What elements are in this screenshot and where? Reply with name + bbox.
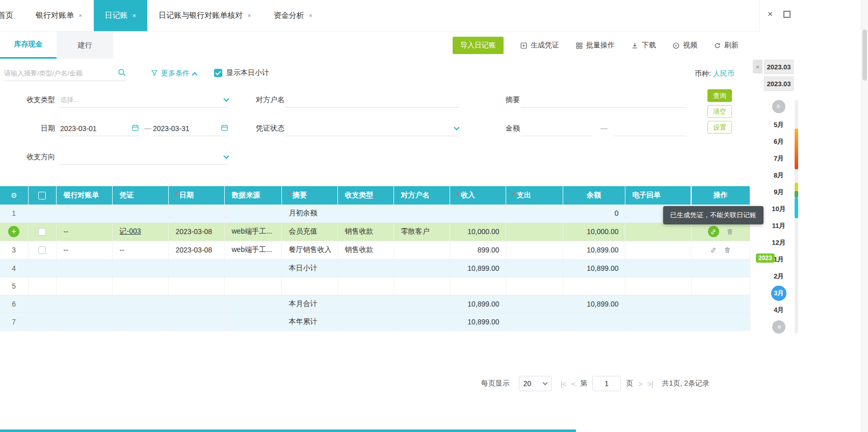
month-item[interactable]: 2月 bbox=[764, 268, 794, 285]
tab-home[interactable]: 首页 bbox=[0, 0, 24, 31]
sidebar-collapse-handle[interactable]: « bbox=[753, 60, 762, 73]
row-checkbox[interactable] bbox=[38, 246, 46, 254]
month-item[interactable]: 7月 bbox=[764, 150, 794, 167]
year-month-option[interactable]: 2023.03 bbox=[764, 77, 794, 91]
prev-page-button[interactable]: < bbox=[571, 379, 575, 388]
search-icon[interactable] bbox=[118, 68, 126, 79]
scrollbar-thumb[interactable] bbox=[862, 30, 867, 81]
tab-bank-statement[interactable]: 银行对账单 × bbox=[24, 0, 94, 31]
clear-button[interactable]: 清空 bbox=[707, 105, 732, 118]
first-page-button[interactable]: |< bbox=[561, 379, 566, 388]
calendar-icon[interactable] bbox=[131, 124, 139, 133]
calendar-icon[interactable] bbox=[221, 124, 228, 133]
fullscreen-icon[interactable] bbox=[783, 11, 791, 18]
last-page-button[interactable]: >| bbox=[647, 379, 653, 388]
daily-subtotal-checkbox[interactable]: 显示本日小计 bbox=[214, 68, 269, 78]
tab-close-icon[interactable]: × bbox=[133, 12, 137, 19]
batch-operation-button[interactable]: 批量操作 bbox=[575, 41, 615, 50]
table-cell-bank bbox=[56, 295, 112, 313]
voucher-link[interactable]: 记-003 bbox=[120, 227, 141, 235]
month-item[interactable]: 9月 bbox=[764, 184, 794, 200]
table-row: 1月初余额0 bbox=[0, 205, 750, 222]
type-select[interactable]: 选择... bbox=[60, 92, 228, 108]
page-scrollbar[interactable] bbox=[861, 0, 868, 432]
tab-close-icon[interactable]: × bbox=[78, 12, 83, 19]
table-cell-type bbox=[337, 313, 393, 331]
column-header: 收支类型 bbox=[337, 186, 393, 205]
query-button[interactable]: 查询 bbox=[707, 89, 732, 102]
voucher-status-select[interactable] bbox=[285, 121, 459, 136]
next-page-button[interactable]: > bbox=[638, 379, 642, 388]
row-number-cell: 4 bbox=[0, 259, 28, 277]
month-item[interactable]: 5月 bbox=[764, 116, 794, 133]
close-window-icon[interactable]: × bbox=[768, 9, 773, 19]
month-item[interactable]: 11月 bbox=[764, 217, 794, 234]
table-cell-balance: 0 bbox=[563, 205, 625, 222]
tab-journal[interactable]: 日记账 × bbox=[94, 0, 148, 31]
column-header: 数据来源 bbox=[224, 186, 281, 205]
month-item[interactable]: 8月 bbox=[764, 167, 794, 184]
per-page-select[interactable]: 20 bbox=[519, 376, 551, 391]
button-label: 批量操作 bbox=[586, 41, 615, 50]
video-button[interactable]: 视频 bbox=[672, 41, 697, 50]
generate-voucher-button[interactable]: 生成凭证 bbox=[520, 41, 559, 50]
column-settings-header[interactable]: ⚙ bbox=[0, 186, 28, 205]
select-all-header[interactable] bbox=[28, 186, 56, 205]
summary-label: 摘要 bbox=[479, 95, 520, 105]
refresh-button[interactable]: 刷新 bbox=[714, 41, 739, 50]
gear-icon[interactable]: ⚙ bbox=[11, 191, 17, 199]
year-month-selector[interactable]: 2023.03 bbox=[764, 60, 794, 74]
column-header: 银行对账单 bbox=[56, 186, 112, 205]
settings-button[interactable]: 设置 bbox=[707, 121, 732, 134]
link-journal-icon[interactable] bbox=[708, 226, 719, 237]
table-cell-voucher bbox=[112, 277, 168, 295]
month-item[interactable]: 3月 bbox=[764, 285, 794, 301]
sub-toolbar: 库存现金 建行 导入日记账 生成凭证 批量操作 bbox=[0, 32, 759, 59]
table-cell-source bbox=[224, 313, 281, 331]
month-item[interactable]: 4月 bbox=[764, 301, 794, 318]
page-number-input[interactable] bbox=[592, 376, 621, 391]
month-item[interactable]: 10月 bbox=[764, 200, 794, 217]
month-item[interactable]: 1月2023 bbox=[764, 251, 794, 268]
month-item[interactable]: 12月 bbox=[764, 234, 794, 251]
summary-input[interactable] bbox=[521, 92, 687, 108]
tab-fund-analysis[interactable]: 资金分析 × bbox=[262, 0, 324, 31]
direction-select[interactable] bbox=[60, 149, 228, 165]
table-cell-summary: 餐厅销售收入 bbox=[281, 241, 337, 259]
checkbox-checked-icon[interactable] bbox=[214, 69, 222, 77]
currency-indicator: 币种:人民币 bbox=[695, 69, 734, 79]
date-to-input[interactable]: 2023-03-31 bbox=[153, 121, 228, 136]
voucher-status-label: 凭证状态 bbox=[244, 124, 284, 133]
pagination-bar: 每页显示 20 |< < 第 页 > >| 共1页, 2条记录 bbox=[0, 376, 709, 391]
row-checkbox[interactable] bbox=[38, 228, 46, 236]
scroll-down-icon[interactable]: « bbox=[772, 320, 785, 334]
table-cell-party bbox=[393, 295, 450, 313]
tab-close-icon[interactable]: × bbox=[309, 12, 313, 19]
account-tab-bank[interactable]: 建行 bbox=[57, 32, 113, 59]
delete-row-icon[interactable] bbox=[724, 246, 731, 253]
account-tab-cash[interactable]: 库存现金 bbox=[0, 32, 57, 59]
row-number-cell: + bbox=[0, 222, 28, 241]
tab-journal-bank-reconcile[interactable]: 日记账与银行对账单核对 × bbox=[147, 0, 262, 31]
month-item[interactable]: 6月 bbox=[764, 133, 794, 150]
amount-max-input[interactable] bbox=[614, 121, 687, 136]
party-input[interactable] bbox=[285, 92, 459, 108]
month-scrollbar[interactable] bbox=[795, 100, 798, 334]
date-from-input[interactable]: 2023-03-01 bbox=[60, 121, 139, 136]
delete-row-icon[interactable] bbox=[726, 228, 733, 235]
table-cell-voucher bbox=[112, 205, 168, 222]
table-cell-summary: 本日小计 bbox=[281, 259, 337, 277]
more-conditions-button[interactable]: 更多条件 bbox=[151, 69, 197, 78]
download-button[interactable]: 下载 bbox=[631, 41, 656, 50]
select-all-checkbox[interactable] bbox=[38, 192, 46, 199]
search-input[interactable]: 请输入摘要/类型/户名/金额 bbox=[4, 66, 126, 81]
amount-min-input[interactable] bbox=[521, 121, 592, 136]
scroll-up-icon[interactable]: « bbox=[772, 100, 785, 113]
add-row-button[interactable]: + bbox=[8, 226, 19, 237]
table-row: 3----2023-03-08web端手工...餐厅销售收入销售收款899.00… bbox=[0, 241, 750, 259]
import-journal-button[interactable]: 导入日记账 bbox=[453, 37, 504, 54]
tab-close-icon[interactable]: × bbox=[247, 12, 251, 19]
voucher-tooltip: 已生成凭证，不能关联日记账 bbox=[663, 206, 764, 224]
row-select-cell bbox=[28, 277, 56, 295]
link-journal-icon[interactable] bbox=[710, 247, 717, 253]
